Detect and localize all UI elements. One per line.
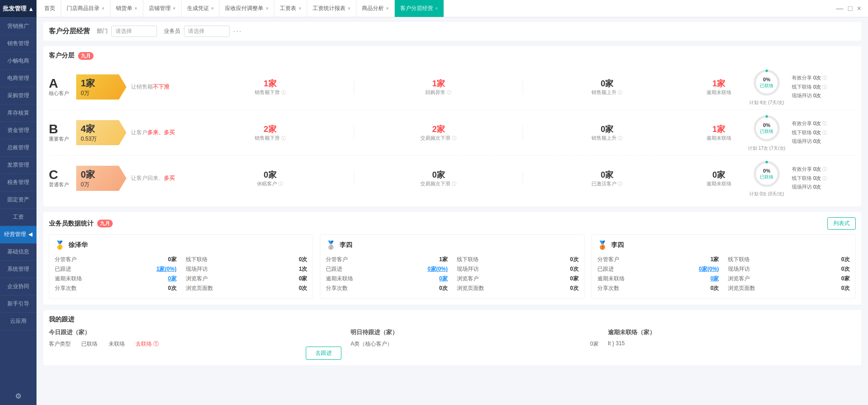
staff-section-title: 业务员数据统计 <box>49 220 94 228</box>
tier-count-a[interactable]: 1家 0万 <box>76 74 126 100</box>
stat-sales-up-b[interactable]: 0家 销售额上升 ⓘ <box>523 124 691 142</box>
sidebar-item-ecommerce[interactable]: 电商管理 <box>0 70 37 87</box>
close-icon[interactable]: × <box>266 6 268 11</box>
sidebar-item-payroll[interactable]: 工资 <box>0 209 37 226</box>
sidebar-item-inventory[interactable]: 库存核算 <box>0 105 37 122</box>
close-icon[interactable]: × <box>173 6 176 11</box>
stat-sales-up-a[interactable]: 0家 销售额上升 ⓘ <box>523 78 691 96</box>
sidebar-item-management[interactable]: 经营管理 ◀ <box>0 226 37 243</box>
staff-stat-col-left-3: 分管客户 1家 已跟进 0家(0%) 逾期未联络 0家 <box>597 255 719 293</box>
stat-sales-down-a[interactable]: 1家 销售额下滑 ⓘ <box>186 78 354 96</box>
sidebar-item-label: 小畅电商 <box>7 58 29 64</box>
staff-stat-col-left-2: 分管客户 1家 已跟进 0家(0%) 逾期未联络 0家 <box>326 255 448 293</box>
tab-payroll-report[interactable]: 工资统计报表 × <box>307 0 356 17</box>
stat-freq-down-c[interactable]: 0家 交易频次下滑 ⓘ <box>354 169 523 187</box>
sidebar-item-tax[interactable]: 税务管理 <box>0 174 37 191</box>
staff-header-3: 🥉 李四 <box>597 240 850 250</box>
window-close-icon[interactable]: × <box>857 5 861 13</box>
tab-ar-ap[interactable]: 应收应付调整单 × <box>220 0 274 17</box>
window-maximize-icon[interactable]: □ <box>848 5 852 13</box>
staff-share-1: 分享次数 0次 <box>55 284 177 293</box>
staff-section-month: 九月 <box>97 220 113 227</box>
gear-icon[interactable]: ⚙ <box>0 387 37 405</box>
sidebar-item-label: 经营管理 <box>4 231 26 237</box>
tier-stats-b: 2家 销售额下滑 ⓘ 2家 交易频次下滑 ⓘ 0家 销售额上升 ⓘ <box>186 124 691 142</box>
sidebar-item-label: 系统管理 <box>7 266 29 272</box>
section-actions: 列表式 <box>827 217 856 230</box>
tier-contact-c[interactable]: 0家 逾期未联络 <box>691 169 746 187</box>
staff-pageview-2: 浏览页面数 0次 <box>457 284 579 293</box>
close-icon[interactable]: × <box>135 6 137 11</box>
tab-sales-order[interactable]: 销货单 × <box>110 0 143 17</box>
sidebar-item-cloud[interactable]: 云应用 <box>0 313 37 330</box>
sidebar-item-system[interactable]: 系统管理 <box>0 261 37 278</box>
staff-managed-1: 分管客户 0家 <box>55 255 177 264</box>
tier-contact-a[interactable]: 1家 逾期未联络 <box>691 78 746 96</box>
stat-activated-c[interactable]: 0家 已激活客户 ⓘ <box>523 169 691 187</box>
tomorrow-val: 0家 <box>590 340 599 348</box>
staff-stats-grid-3: 分管客户 1家 已跟进 0家(0%) 逾期未联络 0家 <box>597 255 850 293</box>
tier-slogan-a: 让销售额不下滑 <box>126 83 186 91</box>
sidebar-item-basic[interactable]: 基础信息 <box>0 243 37 261</box>
tab-home[interactable]: 首页 <box>39 0 61 17</box>
sidebar-title: 批发管理 <box>3 5 26 13</box>
today-followup: 今日跟进（家） 客户类型 已联络 未联络 去联络 ① <box>49 328 297 348</box>
close-icon[interactable]: × <box>348 6 350 11</box>
stat-sales-down-b[interactable]: 2家 销售额下滑 ⓘ <box>186 124 354 142</box>
tier-count-c[interactable]: 0家 0万 <box>76 166 126 191</box>
section-header: 客户分层 九月 <box>49 52 856 60</box>
close-icon[interactable]: × <box>386 6 389 11</box>
more-options-icon[interactable]: ··· <box>233 27 242 36</box>
tier-label-b: B 重要客户 <box>49 123 76 142</box>
sidebar-item-label: 新手引导 <box>7 300 29 307</box>
sidebar-header[interactable]: 批发管理 ▲ <box>0 0 37 18</box>
stat-dormant-c[interactable]: 0家 休眠客户 ⓘ <box>186 169 354 187</box>
plan-c: 计划 0次 (0天/次) <box>746 191 787 197</box>
staff-followed-2: 已跟进 0家(0%) <box>326 264 448 274</box>
sidebar-item-invoice[interactable]: 发票管理 <box>0 157 37 174</box>
sidebar-item-label: 资金管理 <box>7 127 29 133</box>
close-icon[interactable]: × <box>211 6 214 11</box>
tier-contact-b[interactable]: 1家 逾期未联络 <box>691 124 746 142</box>
close-icon[interactable]: × <box>298 6 301 11</box>
tab-store-mgmt[interactable]: 店铺管理 × <box>143 0 182 17</box>
tier-count-b[interactable]: 4家 0.53万 <box>76 120 126 145</box>
sidebar-item-label: 库存核算 <box>7 110 29 116</box>
tab-product-analysis[interactable]: 商品分析 × <box>356 0 395 17</box>
window-minimize-icon[interactable]: — <box>836 5 843 13</box>
list-view-button[interactable]: 列表式 <box>827 217 856 230</box>
close-icon[interactable]: × <box>435 6 438 11</box>
sidebar-item-ledger[interactable]: 总账管理 <box>0 139 37 157</box>
sidebar-item-collab[interactable]: 企业协同 <box>0 278 37 295</box>
sidebar-item-ecommerce-small[interactable]: 小畅电商 <box>0 53 37 70</box>
tab-payroll[interactable]: 工资表 × <box>274 0 307 17</box>
sidebar-item-purchase[interactable]: 采购管理 <box>0 87 37 105</box>
tab-voucher[interactable]: 生成凭证 × <box>182 0 220 17</box>
sidebar-item-marketing[interactable]: 营销推广 <box>0 18 37 35</box>
tomorrow-label: A类（核心客户） <box>350 340 392 348</box>
section-title: 客户分层 <box>49 52 74 60</box>
staff-name-3: 李四 <box>611 241 624 249</box>
close-icon[interactable]: × <box>102 6 105 11</box>
dept-select[interactable]: 请选择 <box>111 26 157 37</box>
stat-repurchase-a[interactable]: 1家 回购异常 ⓘ <box>354 78 523 96</box>
staff-stats-grid-2: 分管客户 1家 已跟进 0家(0%) 逾期未联络 0家 <box>326 255 578 293</box>
staff-followed-1: 已跟进 1家(0%) <box>55 264 177 274</box>
staff-stats-section: 业务员数据统计 九月 列表式 🥇 徐泽华 分管客户 <box>43 212 861 305</box>
staff-stat-col-right-3: 线下联络 0次 现场拜访 0次 浏览客户 0家 <box>728 255 850 293</box>
sidebar-item-sales[interactable]: 销售管理 <box>0 35 37 53</box>
staff-stat-col-right-2: 线下联络 0次 现场拜访 0次 浏览客户 0家 <box>457 255 579 293</box>
tab-store-products[interactable]: 门店商品目录 × <box>61 0 110 17</box>
sidebar-item-label: 发票管理 <box>7 162 29 168</box>
sidebar-item-label: 总账管理 <box>7 144 29 151</box>
overdue-contact: 逾期未联络（家） It } 315 <box>608 328 856 347</box>
goto-followup-container: 去跟进 <box>306 328 341 360</box>
staff-select[interactable]: 请选择 <box>184 26 230 37</box>
sidebar-item-guide[interactable]: 新手引导 <box>0 295 37 313</box>
staff-browse-2: 浏览客户 0家 <box>457 274 579 284</box>
tab-customer-tier[interactable]: 客户分层经营 × <box>395 0 444 17</box>
goto-followup-button[interactable]: 去跟进 <box>306 347 341 360</box>
sidebar-item-assets[interactable]: 固定资产 <box>0 191 37 209</box>
stat-freq-down-b[interactable]: 2家 交易频次下滑 ⓘ <box>354 124 523 142</box>
sidebar-item-finance[interactable]: 资金管理 <box>0 122 37 139</box>
